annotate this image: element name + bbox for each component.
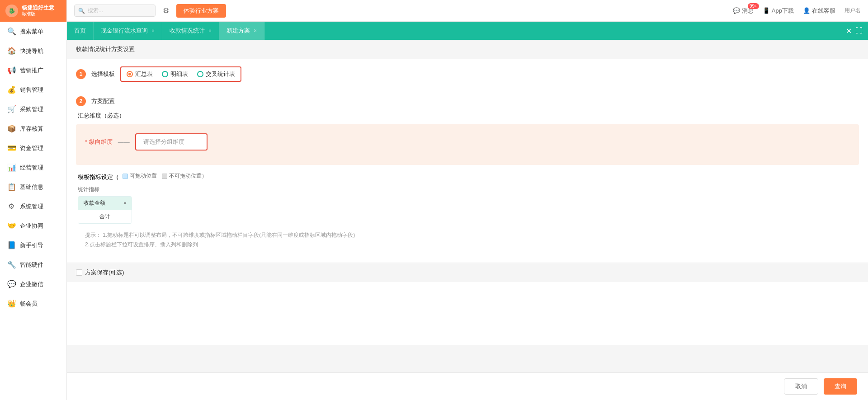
service-label: 在线客服 [812,7,835,15]
tab-stats[interactable]: 收款情况统计 × [162,22,219,40]
message-badge[interactable]: 💬 消息 99+ [733,7,754,15]
sidebar-label-system: 系统管理 [20,202,43,211]
sidebar-label-collab: 企业协同 [20,222,43,230]
checkbox-box [76,269,82,276]
tab-new-plan[interactable]: 新建方案 × [219,22,264,40]
service-icon: 👤 [803,7,810,14]
radio-cross[interactable]: 交叉统计表 [197,70,235,78]
radio-cross-label: 交叉统计表 [206,70,235,78]
search-input[interactable]: 🔍 搜索... [74,5,156,17]
hardware-icon: 🔧 [7,260,15,269]
sidebar-item-basic[interactable]: 📋 基础信息 [0,177,66,197]
content-area: 收款情况统计方案设置 1 选择模板 汇总表 明细表 [67,40,868,372]
tab-bank[interactable]: 现金银行流水查询 × [94,22,162,40]
sidebar-item-hardware[interactable]: 🔧 智能硬件 [0,255,66,274]
tab-new-plan-label: 新建方案 [226,27,250,35]
sidebar-label-home: 快捷导航 [20,47,43,55]
metrics-area: 统计指标 收款金额 ▾ 合计 [76,186,859,225]
tab-expand-icon[interactable]: ⛶ [855,27,863,35]
sidebar-item-member[interactable]: 👑 畅会员 [0,294,66,313]
member-icon: 👑 [7,299,15,308]
sidebar-item-inventory[interactable]: 📦 库存核算 [0,119,66,138]
sidebar-label-sales: 销售管理 [20,86,43,94]
search-icon: 🔍 [7,27,15,36]
template-radio-group: 汇总表 明细表 交叉统计表 [120,66,241,82]
dimension-select[interactable]: 请选择分组维度 [135,133,208,151]
sidebar-item-finance[interactable]: 💳 资金管理 [0,138,66,158]
step2-title-row: 2 方案配置 [76,96,859,106]
home-icon: 🏠 [7,47,15,55]
sidebar-logo: 🐉 畅捷通好生意 标准版 [0,0,66,22]
tab-bank-label: 现金银行流水查询 [101,27,148,35]
non-draggable-indicator [162,174,167,179]
guide-icon: 📘 [7,241,15,249]
sidebar-item-system[interactable]: ⚙ 系统管理 [0,197,66,216]
sidebar-label-basic: 基础信息 [20,183,43,191]
sidebar-item-management[interactable]: 📊 经营管理 [0,158,66,177]
cancel-button[interactable]: 取消 [784,378,818,395]
tab-new-plan-close[interactable]: × [254,28,257,34]
settings-icon[interactable]: ⚙ [163,6,169,15]
chevron-down-icon: ▾ [124,201,126,206]
radio-detail-dot [162,71,168,77]
tab-bank-close[interactable]: × [151,28,155,34]
topbar-right: 💬 消息 99+ 📱 App下载 👤 在线客服 用户名 [733,7,861,15]
sidebar-item-search[interactable]: 🔍 搜索菜单 [0,22,66,41]
vertical-dim-label: * 纵向维度 [85,138,113,146]
sidebar-label-inventory: 库存核算 [20,125,43,133]
page-header: 收款情况统计方案设置 [67,40,868,59]
tips-section: 提示： 1.拖动标题栏可以调整布局，不可跨维度或指标区域拖动栏目字段(只能在同一… [76,225,859,255]
dimension-section-label: 汇总维度（必选） [76,112,859,120]
action-bar: 取消 查询 [67,372,868,400]
sidebar-item-wechat[interactable]: 💬 企业微信 [0,274,66,294]
footer-section: 方案保存(可选) [67,263,868,282]
user-name: 用户名 [844,7,861,14]
sidebar-item-collab[interactable]: 🤝 企业协同 [0,216,66,235]
sidebar-item-purchase[interactable]: 🛒 采购管理 [0,99,66,119]
sidebar: 🐉 畅捷通好生意 标准版 🔍 搜索菜单 🏠 快捷导航 📢 营销推广 💰 销售管理… [0,0,67,400]
basic-icon: 📋 [7,183,15,191]
wechat-icon: 💬 [7,280,15,288]
metrics-cell-total: 合计 [78,210,132,223]
tab-home[interactable]: 首页 [67,22,94,40]
message-count: 99+ [748,3,759,9]
sales-icon: 💰 [7,85,15,94]
sidebar-item-home[interactable]: 🏠 快捷导航 [0,41,66,61]
step2-label: 方案配置 [91,97,115,105]
radio-summary[interactable]: 汇总表 [127,70,153,78]
metrics-toggle-disabled: 不可拖动位置） [162,172,207,180]
sidebar-label-finance: 资金管理 [20,144,43,152]
inventory-icon: 📦 [7,124,15,133]
tab-stats-close[interactable]: × [208,28,212,34]
online-service[interactable]: 👤 在线客服 [803,7,835,15]
step1-circle: 1 [76,69,86,79]
radio-detail-label: 明细表 [170,70,188,78]
topbar: 🔍 搜索... ⚙ 体验行业方案 💬 消息 99+ 📱 App下载 👤 在线客服… [67,0,868,22]
sidebar-item-marketing[interactable]: 📢 营销推广 [0,61,66,80]
trial-button[interactable]: 体验行业方案 [176,4,226,18]
metrics-label-row: 模板指标设定（ 可拖动位置 不可拖动位置） [76,172,859,181]
query-button[interactable]: 查询 [824,378,857,395]
finance-icon: 💳 [7,144,15,152]
sidebar-label-search: 搜索菜单 [20,28,43,36]
main-area: 🔍 搜索... ⚙ 体验行业方案 💬 消息 99+ 📱 App下载 👤 在线客服… [67,0,868,400]
purchase-icon: 🛒 [7,105,15,113]
sidebar-label-hardware: 智能硬件 [20,261,43,269]
metrics-header[interactable]: 收款金额 ▾ [78,197,132,210]
metrics-label: 模板指标设定（ 可拖动位置 不可拖动位置） [78,172,209,181]
tab-stats-label: 收款情况统计 [170,27,205,35]
radio-summary-dot [127,71,133,77]
app-version: 标准版 [22,11,54,17]
app-download[interactable]: 📱 App下载 [763,7,794,15]
dimension-arrow: —— [118,139,130,146]
tabs-actions: ✕ ⛶ [840,22,868,40]
message-icon: 💬 [733,7,740,14]
app-name: 畅捷通好生意 [22,5,54,11]
sidebar-item-guide[interactable]: 📘 新手引导 [0,235,66,255]
radio-detail[interactable]: 明细表 [162,70,188,78]
sidebar-item-sales[interactable]: 💰 销售管理 [0,80,66,99]
page-title: 收款情况统计方案设置 [76,46,135,52]
tab-close-icon[interactable]: ✕ [846,27,852,35]
radio-cross-dot [197,71,203,77]
save-plan-checkbox[interactable]: 方案保存(可选) [76,268,124,277]
